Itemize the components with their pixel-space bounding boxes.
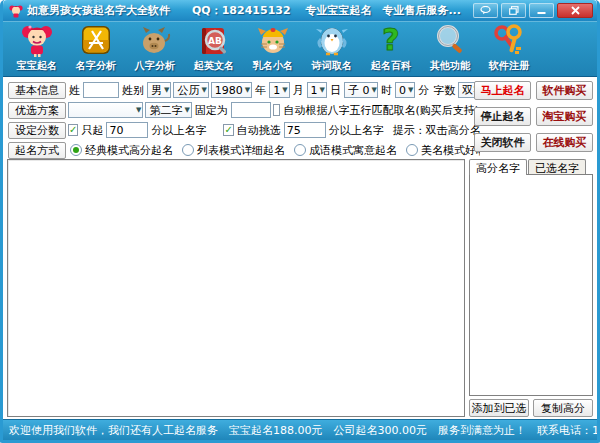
- toolbar-item-other-functions[interactable]: 其他功能: [420, 23, 479, 73]
- penguin-icon: [315, 23, 349, 57]
- app-window: 如意男孩女孩起名字大全软件 QQ：182415132 专业宝宝起名 专业售后服务…: [0, 0, 600, 443]
- hour-label: 时: [380, 83, 393, 98]
- window-title: 如意男孩女孩起名字大全软件 QQ：182415132 专业宝宝起名 专业售后服务…: [27, 3, 473, 18]
- mode-classic-radio[interactable]: [70, 144, 82, 156]
- toolbar-label: 八字分析: [134, 59, 174, 73]
- boar-icon: [138, 23, 172, 57]
- chevron-down-icon: ▼: [164, 86, 169, 94]
- chevron-down-icon: ▼: [320, 86, 325, 94]
- auto-pick-checkbox[interactable]: ✓: [223, 124, 233, 136]
- toolbar-item-naming-wiki[interactable]: ? 起名百科: [361, 23, 420, 73]
- form-area: 基本信息 姓 姓别 男▼ 公历▼ 1980▼ 年 1▼ 月 1▼ 日 子 0▼ …: [3, 77, 597, 159]
- only-score-checkbox[interactable]: ✓: [68, 124, 78, 136]
- toolbar-label: 软件注册: [488, 59, 528, 73]
- set-score-button[interactable]: 设定分数: [8, 122, 66, 139]
- side-panel: 高分名字 已选名字 添加到已选 复制高分: [469, 159, 593, 417]
- basic-info-row: 基本信息 姓 姓别 男▼ 公历▼ 1980▼ 年 1▼ 月 1▼ 日 子 0▼ …: [8, 81, 480, 99]
- hour-select[interactable]: 子 0▼: [344, 82, 378, 98]
- app-brush-icon: [79, 23, 113, 57]
- wuxing-checkbox[interactable]: ✓: [273, 104, 281, 116]
- min-score-input[interactable]: [106, 122, 148, 138]
- toolbar-label: 起英文名: [193, 59, 233, 73]
- toolbar-item-name-analysis[interactable]: 名字分析: [66, 23, 125, 73]
- year-label: 年: [254, 83, 267, 98]
- wuxing-checkbox-label: 自动根据八字五行匹配取名(购买后支持): [282, 103, 480, 118]
- minute-select[interactable]: 0▼: [395, 82, 415, 98]
- chevron-down-icon: ▼: [136, 106, 141, 114]
- stop-naming-button[interactable]: 停止起名: [474, 107, 531, 126]
- fixed-as-label: 固定为: [194, 103, 229, 118]
- auto-score-input[interactable]: [284, 122, 326, 138]
- online-buy-button[interactable]: 在线购买: [536, 133, 593, 152]
- copy-high-score-button[interactable]: 复制高分: [533, 399, 593, 417]
- mode-list-radio[interactable]: [182, 144, 194, 156]
- restore-icon[interactable]: [501, 3, 526, 18]
- month-select[interactable]: 1▼: [269, 82, 289, 98]
- char-position-select[interactable]: 第二字▼: [145, 102, 191, 118]
- minute-label: 分: [417, 83, 430, 98]
- double-click-hint: 提示：双击高分名字列表查看详细分析: [393, 123, 480, 138]
- toolbar-item-english-name[interactable]: AB 起英文名: [184, 23, 243, 73]
- toolbar-label: 宝宝起名: [16, 59, 56, 73]
- toolbar-label: 诗词取名: [311, 59, 351, 73]
- chevron-down-icon: ▼: [282, 86, 287, 94]
- window-controls: [473, 3, 593, 18]
- ab-book-magnifier-icon: AB: [197, 23, 231, 57]
- toolbar-item-software-register[interactable]: 软件注册: [479, 23, 538, 73]
- toolbar-item-poetry-naming[interactable]: 诗词取名: [302, 23, 361, 73]
- chevron-down-icon: ▼: [184, 106, 189, 114]
- start-naming-button[interactable]: 马上起名: [474, 81, 531, 100]
- toolbar-item-milk-name[interactable]: 乳名小名: [243, 23, 302, 73]
- toolbar-item-bazi-analysis[interactable]: 八字分析: [125, 23, 184, 73]
- tab-high-score-names[interactable]: 高分名字: [469, 159, 527, 175]
- naming-mode-button[interactable]: 起名方式: [8, 142, 66, 159]
- close-software-button[interactable]: 关闭软件: [474, 133, 531, 152]
- score-suffix-label: 分以上名字: [328, 123, 385, 138]
- gender-select[interactable]: 男▼: [147, 82, 171, 98]
- chat-bubble-icon[interactable]: [473, 3, 498, 18]
- chevron-down-icon: ▼: [408, 86, 413, 94]
- toolbar: 宝宝起名 名字分析 八字分析: [3, 21, 597, 77]
- mode-idiom-radio[interactable]: [294, 144, 306, 156]
- basic-info-button[interactable]: 基本信息: [8, 82, 66, 99]
- prefer-scheme-button[interactable]: 优选方案: [8, 102, 66, 119]
- surname-label: 姓: [68, 83, 81, 98]
- high-score-name-list[interactable]: [469, 174, 593, 396]
- svg-text:?: ?: [382, 23, 399, 57]
- action-buttons: 马上起名 软件购买 停止起名 淘宝购买 关闭软件 在线购买: [474, 81, 593, 152]
- taobao-buy-button[interactable]: 淘宝购买: [536, 107, 593, 126]
- mode-list-label: 列表模式详细起名: [196, 143, 286, 158]
- gender-label: 姓别: [121, 83, 145, 98]
- keys-icon: [492, 23, 526, 57]
- year-select[interactable]: 1980▼: [211, 82, 252, 98]
- chars-label: 字数: [432, 83, 456, 98]
- day-select[interactable]: 1▼: [307, 82, 327, 98]
- mode-nice-radio[interactable]: [406, 144, 418, 156]
- score-row: 设定分数 ✓ 只起 分以上名字 ✓ 自动挑选 分以上名字 提示：双击高分名字列表…: [8, 121, 480, 139]
- question-mark-icon: ?: [374, 23, 408, 57]
- scheme-select[interactable]: ▼: [68, 102, 143, 118]
- girl-icon: [20, 23, 54, 57]
- only-label: 只起: [80, 123, 104, 138]
- minimize-icon[interactable]: [529, 3, 554, 18]
- tab-selected-names[interactable]: 已选名字: [528, 159, 586, 175]
- content-area: 高分名字 已选名字 添加到已选 复制高分: [3, 159, 597, 417]
- add-to-selected-button[interactable]: 添加到已选: [469, 399, 529, 417]
- mode-row: 起名方式 经典模式高分起名 列表模式详细起名 成语模式寓意起名 美名模式好听起名…: [8, 141, 480, 159]
- name-tabs: 高分名字 已选名字: [469, 159, 593, 175]
- results-list[interactable]: [7, 159, 465, 417]
- mode-classic-label: 经典模式高分起名: [84, 143, 174, 158]
- surname-input[interactable]: [83, 82, 119, 98]
- toolbar-label: 名字分析: [75, 59, 115, 73]
- mode-idiom-label: 成语模式寓意起名: [308, 143, 398, 158]
- status-bar: 欢迎使用我们软件，我们还有人工起名服务 宝宝起名188.00元 公司起名300.…: [3, 419, 597, 440]
- close-icon[interactable]: [557, 3, 593, 18]
- chevron-down-icon: ▼: [201, 86, 206, 94]
- toolbar-item-baby-naming[interactable]: 宝宝起名: [7, 23, 66, 73]
- magnifier-icon: [433, 23, 467, 57]
- buy-software-button[interactable]: 软件购买: [536, 81, 593, 100]
- calendar-select[interactable]: 公历▼: [173, 82, 208, 98]
- miner-cat-icon: [256, 23, 290, 57]
- month-label: 月: [292, 83, 305, 98]
- fixed-char-input[interactable]: [231, 102, 271, 118]
